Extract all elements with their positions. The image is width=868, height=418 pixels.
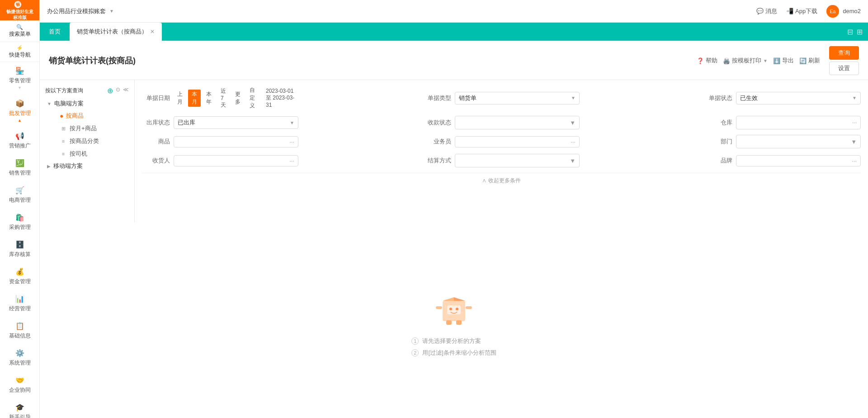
out-status-arrow-icon: ▼ <box>290 120 294 125</box>
brand-dots-icon: ··· <box>852 157 857 164</box>
tip-row-2: 2 用[过滤]条件来缩小分析范围 <box>411 349 496 357</box>
user-area[interactable]: Ea demo2 <box>826 5 861 18</box>
tabbar: 首页 销货单统计计表（按商品） ✕ ⊟ ⊞ <box>40 23 868 41</box>
date-tab-lastmonth[interactable]: 上月 <box>174 90 186 107</box>
sidebar-item-inventory[interactable]: 🗄️ 库存核算 <box>0 236 39 263</box>
date-range-display: 2023-03-01 至 2023-03-31 <box>266 88 298 108</box>
svg-rect-9 <box>456 320 462 325</box>
sidebar-item-finance[interactable]: 💰 资金管理 <box>0 263 39 290</box>
sidebar-item-newbie[interactable]: 🎓 新手引导 <box>0 399 39 418</box>
workspace-dropdown-icon[interactable]: ▼ <box>109 9 114 14</box>
tree-group-mobile[interactable]: ▶ 移动端方案 <box>40 160 134 172</box>
tree-collapse-icon: ▶ <box>47 164 51 169</box>
out-status-select[interactable]: 已出库 ▼ <box>174 116 298 129</box>
sidebar-item-wholesale[interactable]: 📦 批发管理 ▲ <box>0 95 39 127</box>
add-scheme-icon[interactable]: ⊕ <box>107 86 113 95</box>
doc-status-select[interactable]: 已生效 ▼ <box>736 92 861 104</box>
salesman-input[interactable]: ··· <box>455 136 580 147</box>
tab-minimize-icon[interactable]: ⊟ <box>847 28 853 36</box>
date-tab-7days[interactable]: 近7天 <box>217 86 230 110</box>
app-logo[interactable]: 畅 畅捷信好生意 标准版 <box>0 0 39 20</box>
settle-arrow-icon: ▼ <box>570 157 576 164</box>
date-tab-thismonth[interactable]: 本月 <box>188 90 201 107</box>
refresh-button[interactable]: 🔄 刷新 <box>799 57 820 65</box>
goods-dots-icon: ··· <box>289 138 294 145</box>
sidebar-item-operations[interactable]: 📊 经营管理 <box>0 290 39 317</box>
tree-mobile-label: 移动端方案 <box>53 162 83 170</box>
brand-label: 品牌 <box>704 157 736 165</box>
sidebar-item-marketing[interactable]: 📢 营销推广 <box>0 127 39 154</box>
tree-item-by-month-goods[interactable]: ⊞ 按月+商品 <box>47 122 134 135</box>
edit-scheme-icon[interactable]: ⊙ <box>116 86 120 95</box>
doc-status-label: 单据状态 <box>704 94 736 102</box>
tree-group-desktop[interactable]: ▼ 电脑端方案 <box>40 98 134 109</box>
settle-select[interactable]: ▼ <box>455 154 580 167</box>
tree-item-by-driver[interactable]: ≡ 按司机 <box>47 147 134 160</box>
goods-input[interactable]: ··· <box>174 136 298 147</box>
sidebar-search[interactable]: 🔍 搜索菜单 <box>0 20 39 42</box>
help-icon: ❓ <box>697 57 704 64</box>
empty-tips: 1 请先选择要分析的方案 2 用[过滤]条件来缩小分析范围 <box>411 337 496 357</box>
export-icon: ⬇️ <box>773 57 780 64</box>
recipient-dots-icon: ··· <box>289 157 294 164</box>
left-panel-header: 按以下方案查询 ⊕ ⊙ ≪ <box>40 84 134 98</box>
date-tab-thisyear[interactable]: 本年 <box>203 90 215 107</box>
sidebar-item-enterprise[interactable]: 🤝 企业协同 <box>0 371 39 399</box>
brand-input[interactable]: ··· <box>736 155 861 166</box>
svg-rect-8 <box>446 320 452 325</box>
left-panel: 按以下方案查询 ⊕ ⊙ ≪ ▼ 电脑端方案 ● 按商品 <box>40 80 135 222</box>
recipient-label: 收货人 <box>142 157 174 165</box>
table-icon: ≡ <box>60 138 67 145</box>
date-tabs: 上月 本月 本年 近7天 更多 自定义 <box>174 86 259 110</box>
recipient-input[interactable]: ··· <box>174 155 298 166</box>
sidebar-item-sales[interactable]: 💹 销售管理 <box>0 154 39 181</box>
tree-item-by-goods[interactable]: ● 按商品 <box>47 109 134 122</box>
collapse-conditions-bar[interactable]: ∧ 收起更多条件 <box>142 173 861 186</box>
query-button[interactable]: 查询 <box>829 46 859 60</box>
active-dot-icon: ● <box>60 112 63 119</box>
topbar-left: 办公用品行业模拟账套 ▼ <box>47 7 114 15</box>
warehouse-dots-icon: ··· <box>852 119 857 126</box>
sidebar-item-system[interactable]: ⚙️ 系统管理 <box>0 344 39 371</box>
main-layout: 按以下方案查询 ⊕ ⊙ ≪ ▼ 电脑端方案 ● 按商品 <box>40 80 868 222</box>
app-download-button[interactable]: 📲 App下载 <box>786 7 817 15</box>
sidebar-quicknav[interactable]: ⚡ 快捷导航 <box>0 42 39 62</box>
tab-home[interactable]: 首页 <box>40 23 70 41</box>
sidebar-item-ecommerce[interactable]: 🛒 电商管理 <box>0 181 39 209</box>
settings-button[interactable]: 设置 <box>829 62 859 75</box>
warehouse-label: 仓库 <box>704 119 736 127</box>
tab-active[interactable]: 销货单统计计表（按商品） ✕ <box>70 23 162 41</box>
help-button[interactable]: ❓ 帮助 <box>697 57 717 65</box>
collect-status-select[interactable]: ▼ <box>455 116 580 129</box>
collapse-panel-icon[interactable]: ≪ <box>123 86 129 95</box>
tip-text-1: 请先选择要分析的方案 <box>422 337 481 345</box>
page-title-row: 销货单统计计表(按商品) ❓ 帮助 🖨️ 按模板打印 ▼ ⬇️ 导出 <box>49 46 859 80</box>
date-tab-custom[interactable]: 自定义 <box>246 86 259 110</box>
doc-type-label: 单据类型 <box>423 94 455 102</box>
salesman-dots-icon: ··· <box>571 138 576 145</box>
grid-icon: ⊞ <box>60 125 67 132</box>
tab-maximize-icon[interactable]: ⊞ <box>857 28 863 36</box>
left-panel-icons: ⊕ ⊙ ≪ <box>107 86 129 95</box>
warehouse-input[interactable]: ··· <box>736 116 861 129</box>
sidebar-item-retail[interactable]: 🏪 零售管理 ▼ <box>0 62 39 95</box>
avatar: Ea <box>826 5 839 18</box>
message-button[interactable]: 💬 消息 <box>756 7 777 15</box>
svg-rect-7 <box>466 306 472 309</box>
sidebar-item-basics[interactable]: 📋 基础信息 <box>0 317 39 344</box>
doc-type-select[interactable]: 销货单 ▼ <box>455 92 580 104</box>
svg-text:畅: 畅 <box>15 2 19 7</box>
empty-state: 1 请先选择要分析的方案 2 用[过滤]条件来缩小分析范围 <box>40 222 868 418</box>
left-panel-title: 按以下方案查询 <box>45 87 83 95</box>
refresh-icon: 🔄 <box>799 57 807 64</box>
print-button[interactable]: 🖨️ 按模板打印 ▼ <box>723 57 768 65</box>
content-area: 销货单统计计表(按商品) ❓ 帮助 🖨️ 按模板打印 ▼ ⬇️ 导出 <box>40 41 868 418</box>
dept-select[interactable]: ▼ <box>736 135 861 148</box>
tab-close-icon[interactable]: ✕ <box>150 28 155 35</box>
date-tab-more[interactable]: 更多 <box>231 90 244 107</box>
sidebar-item-purchase[interactable]: 🛍️ 采购管理 <box>0 209 39 236</box>
tree-item-by-category[interactable]: ≡ 按商品分类 <box>47 135 134 147</box>
empty-illustration <box>431 283 476 328</box>
tip-text-2: 用[过滤]条件来缩小分析范围 <box>422 349 496 357</box>
export-button[interactable]: ⬇️ 导出 <box>773 57 794 65</box>
